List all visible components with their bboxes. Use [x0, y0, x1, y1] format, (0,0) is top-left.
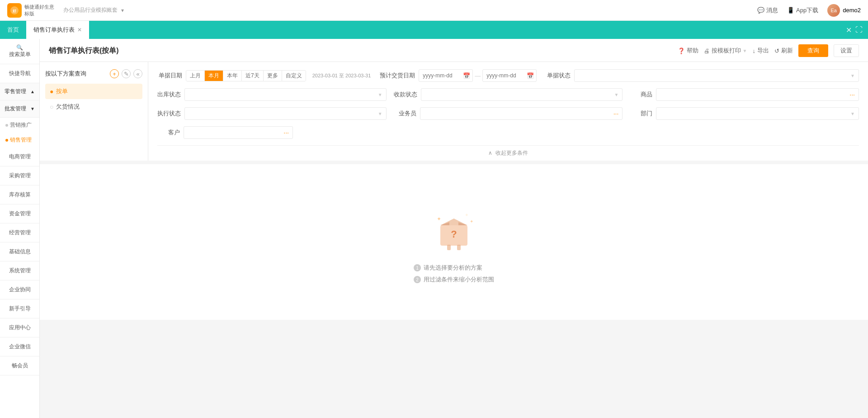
phone-icon: 📱	[787, 7, 794, 14]
sidebar-item-enterprise-collab[interactable]: 企业协同	[0, 280, 39, 299]
date-end-input[interactable]	[482, 69, 537, 82]
date-range-text: 2023-03-01 至 2023-03-31	[312, 72, 371, 79]
execution-status-col: 执行状态 ▼	[157, 107, 387, 120]
svg-text:✧: ✧	[465, 213, 468, 217]
message-button[interactable]: 💬 消息	[757, 6, 778, 14]
filter-row-4: 客户 ···	[157, 126, 859, 139]
scheme-by-order[interactable]: ● 按单	[45, 84, 142, 99]
date-start-input[interactable]	[419, 69, 473, 82]
print-button[interactable]: 🖨 按模板打印 ▼	[704, 47, 747, 55]
logo-icon: 好	[7, 3, 22, 18]
collapse-panel-button[interactable]: «	[133, 69, 142, 78]
filter-form-area: 单据日期 上月 本月 本年 近7天 更多 自定义 2023-03-01 至 20…	[148, 62, 868, 161]
sidebar-item-system[interactable]: 系统管理	[0, 261, 39, 280]
payment-arrow-icon: ▼	[614, 92, 618, 97]
department-wrapper: ▼	[656, 107, 859, 120]
filter-row-3: 执行状态 ▼ 业务员 ···	[157, 107, 859, 120]
customer-more-icon[interactable]: ···	[283, 129, 289, 136]
date-tab-last7[interactable]: 近7天	[242, 71, 264, 81]
date-field: 单据日期 上月 本月 本年 近7天 更多 自定义 2023-03-01 至 20…	[157, 70, 371, 81]
sidebar-item-new-user[interactable]: 新手引导	[0, 299, 39, 318]
sidebar-item-enterprise-wechat[interactable]: 企业微信	[0, 337, 39, 356]
print-arrow-icon: ▼	[743, 48, 747, 53]
empty-step-2: 2 用过滤条件来缩小分析范围	[414, 276, 494, 284]
search-icon: 🔍	[16, 44, 23, 51]
status-select[interactable]: ▼	[574, 69, 859, 82]
scheme-by-credit[interactable]: ○ 欠货情况	[45, 99, 142, 114]
salesperson-input[interactable]: ···	[420, 107, 623, 120]
tab-home[interactable]: 首页	[0, 21, 26, 39]
add-scheme-button[interactable]: +	[110, 69, 119, 78]
user-menu[interactable]: Ea demo2	[827, 4, 861, 17]
export-button[interactable]: ↓ 导出	[753, 47, 769, 55]
main-layout: 🔍 搜索菜单 快捷导航 零售管理 ▲ 批发管理 ▼ 营销推广 销售管理 电商管理…	[0, 39, 868, 418]
status-arrow-icon: ▼	[850, 73, 855, 78]
date-tab-last-month[interactable]: 上月	[186, 71, 205, 81]
sidebar-item-purchase[interactable]: 采购管理	[0, 166, 39, 185]
goods-more-icon[interactable]: ···	[849, 91, 855, 98]
sidebar-item-vip[interactable]: 畅会员	[0, 356, 39, 375]
empty-illustration: ? ✦ ✦ ✧	[427, 200, 481, 255]
window-maximize-icon[interactable]: ⛶	[855, 26, 863, 34]
sidebar-item-ecommerce[interactable]: 电商管理	[0, 147, 39, 166]
sidebar-item-inventory[interactable]: 库存核算	[0, 185, 39, 204]
salesperson-more-icon[interactable]: ···	[613, 110, 619, 117]
date-tab-custom[interactable]: 自定义	[282, 71, 306, 81]
header-left: 好 畅捷通好生意 标版 办公用品行业模拟账套 ▾	[7, 3, 124, 18]
estimated-delivery-label: 预计交货日期	[380, 71, 415, 80]
date-tabs: 上月 本月 本年 近7天 更多 自定义	[186, 70, 306, 81]
window-close-icon[interactable]: ✕	[846, 26, 852, 34]
sidebar-item-app-center[interactable]: 应用中心	[0, 318, 39, 337]
date-tab-this-month[interactable]: 本月	[205, 71, 223, 81]
date-end-wrapper: 📅	[482, 69, 537, 82]
export-icon: ↓	[753, 48, 756, 54]
sidebar-sub-marketing[interactable]: 营销推广	[0, 118, 39, 133]
department-select[interactable]: ▼	[656, 107, 859, 120]
active-dot-icon	[5, 139, 8, 142]
sidebar-item-retail[interactable]: 零售管理 ▲	[0, 83, 39, 100]
date-tab-more[interactable]: 更多	[264, 71, 282, 81]
goods-input[interactable]: ···	[656, 88, 859, 101]
refresh-button[interactable]: ↺ 刷新	[774, 47, 793, 55]
department-label: 部门	[630, 109, 652, 118]
collapse-bar[interactable]: ∧ 收起更多条件	[157, 145, 859, 161]
sidebar-quick-nav[interactable]: 快捷导航	[0, 64, 39, 83]
order-dot-icon: ●	[50, 88, 53, 95]
goods-label: 商品	[630, 90, 652, 99]
svg-rect-11	[457, 245, 461, 250]
help-button[interactable]: ❓ 帮助	[678, 47, 698, 55]
payment-status-select[interactable]: ▼	[421, 88, 623, 101]
execution-status-select[interactable]: ▼	[184, 107, 387, 120]
delivery-status-select[interactable]: ▼	[184, 88, 387, 101]
username-label: demo2	[843, 7, 861, 14]
customer-input[interactable]: ···	[184, 126, 293, 139]
app-download-button[interactable]: 📱 App下载	[787, 6, 818, 14]
tab-sales-order[interactable]: 销售订单执行表 ✕	[26, 21, 89, 39]
status-label: 单据状态	[546, 71, 571, 80]
query-button[interactable]: 查询	[798, 44, 828, 57]
credit-dot-icon: ○	[50, 103, 53, 110]
section-divider	[40, 161, 868, 164]
sidebar-item-basic-info[interactable]: 基础信息	[0, 242, 39, 261]
top-header: 好 畅捷通好生意 标版 办公用品行业模拟账套 ▾ 💬 消息 📱 App下载 Ea…	[0, 0, 868, 21]
date-input-wrapper: 📅 — 📅	[419, 69, 537, 82]
settings-button[interactable]: 设置	[834, 44, 859, 57]
refresh-icon: ↺	[774, 48, 779, 54]
print-icon: 🖨	[704, 48, 710, 54]
sidebar-item-finance[interactable]: 资金管理	[0, 204, 39, 223]
date-tab-this-year[interactable]: 本年	[223, 71, 242, 81]
tab-close-icon[interactable]: ✕	[77, 27, 82, 33]
sidebar-search[interactable]: 🔍 搜索菜单	[0, 39, 39, 64]
breadcrumb-arrow-icon[interactable]: ▾	[121, 7, 124, 14]
message-icon: 💬	[757, 7, 764, 14]
department-col: 部门 ▼	[630, 107, 859, 120]
header-right: 💬 消息 📱 App下载 Ea demo2	[757, 4, 861, 17]
sidebar-item-wholesale[interactable]: 批发管理 ▼	[0, 100, 39, 118]
status-select-wrapper: ▼	[574, 69, 859, 82]
breadcrumb: 办公用品行业模拟账套	[63, 6, 118, 14]
edit-scheme-button[interactable]: ✎	[122, 69, 131, 78]
sidebar-item-operations[interactable]: 经营管理	[0, 223, 39, 242]
sidebar-sub-sales[interactable]: 销售管理	[0, 133, 39, 147]
empty-state: ? ✦ ✦ ✧ 1 请先选择要分析的方案 2 用过滤条件来缩小分析范围	[40, 164, 868, 320]
logo-text: 畅捷通好生意 标版	[24, 4, 54, 17]
